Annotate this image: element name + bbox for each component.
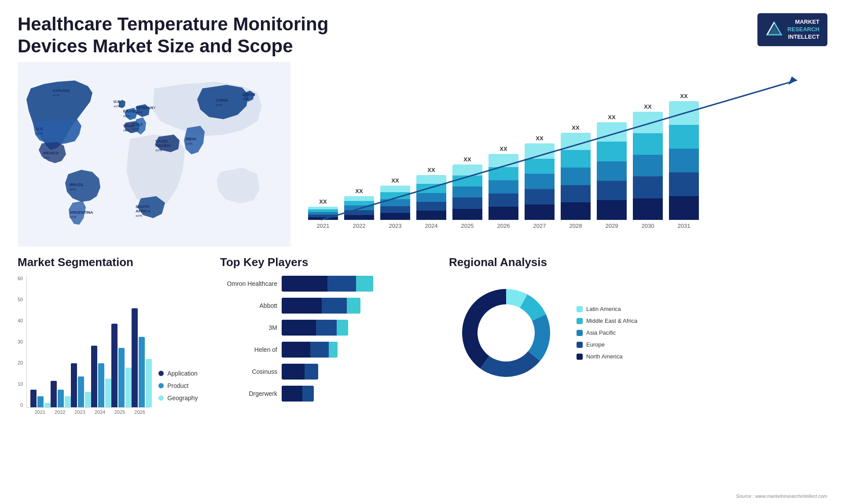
- legend-label: Product: [167, 382, 188, 389]
- player-bar-segment: [305, 364, 318, 380]
- svg-text:CANADA: CANADA: [53, 88, 70, 93]
- regional-legend-label: Middle East & Africa: [586, 318, 637, 324]
- svg-text:xx%: xx%: [123, 128, 130, 132]
- seg-y-label: 0: [20, 402, 23, 408]
- svg-text:MEXICO: MEXICO: [43, 151, 59, 155]
- bar-x-label: 2024: [425, 223, 438, 229]
- bar-segment: [344, 210, 374, 215]
- bar-segment: [416, 193, 446, 202]
- bar-segment: [525, 159, 555, 174]
- players-title: Top Key Players: [220, 256, 431, 269]
- seg-bar-group: [30, 390, 51, 407]
- seg-chart-inner: [26, 276, 150, 408]
- seg-bar: [71, 363, 77, 407]
- bar-segment: [380, 213, 410, 220]
- svg-text:GERMANY: GERMANY: [136, 106, 156, 110]
- donut-chart-svg: [449, 276, 563, 390]
- legend-item: Application: [158, 370, 198, 377]
- svg-point-39: [478, 304, 535, 362]
- bar-x-label: 2023: [389, 223, 402, 229]
- bar-value-label: XX: [572, 124, 579, 131]
- svg-text:xx%: xx%: [136, 110, 142, 114]
- bar-group: XX2027: [525, 135, 555, 229]
- player-bar-container: [282, 276, 431, 292]
- bar-segment: [489, 154, 518, 167]
- player-bar-segment: [316, 320, 337, 336]
- bar-group: XX2029: [597, 114, 627, 229]
- regional-legend-label: Asia Pacific: [586, 329, 616, 336]
- seg-bar: [139, 337, 145, 407]
- bar-segment: [380, 206, 410, 213]
- seg-bar: [105, 379, 111, 407]
- bar-segment: [416, 184, 446, 193]
- player-row: Helen ofXX: [220, 342, 431, 358]
- bar-segment: [525, 189, 555, 205]
- svg-text:xx%: xx%: [114, 104, 120, 108]
- bar-segment: [597, 181, 627, 200]
- main-content: CANADA xx% U.S. xx% MEXICO xx% BRAZIL xx…: [0, 62, 845, 247]
- bar-segment: [416, 175, 446, 184]
- regional-legend-item: Asia Pacific: [577, 329, 637, 336]
- bar-segment: [380, 199, 410, 206]
- bar-segment: [561, 133, 591, 150]
- bar-segment: [452, 197, 482, 208]
- bar-group: XX2024: [416, 167, 446, 229]
- logo-box: MARKET RESEARCH INTELLECT: [757, 13, 827, 46]
- regional-legend-dot: [577, 306, 583, 312]
- seg-x-labels: 202120222023202420252026: [26, 409, 150, 415]
- player-bar-container: [282, 320, 431, 336]
- regional-legend-item: Middle East & Africa: [577, 318, 637, 324]
- seg-bar: [98, 363, 104, 407]
- stacked-bar: [597, 122, 627, 220]
- bar-segment: [525, 174, 555, 189]
- player-name: Abbott: [220, 302, 277, 309]
- player-bar: [282, 298, 360, 314]
- bar-group: XX2022: [344, 188, 374, 229]
- svg-text:JAPAN: JAPAN: [242, 92, 255, 97]
- bar-segment: [452, 186, 482, 197]
- svg-text:SOUTH: SOUTH: [136, 205, 150, 209]
- seg-y-labels: 6050403020100: [18, 276, 26, 408]
- player-bar-segment: [282, 364, 305, 380]
- bar-group: XX2021: [308, 198, 338, 229]
- seg-bar: [51, 381, 57, 407]
- legend-dot: [158, 371, 164, 376]
- player-bar: [282, 364, 318, 380]
- seg-legend: ApplicationProductGeography: [158, 370, 198, 415]
- regional-legend-label: Latin America: [586, 306, 621, 312]
- regional-legend: Latin AmericaMiddle East & AfricaAsia Pa…: [577, 306, 637, 360]
- player-row: AbbottXX: [220, 298, 431, 314]
- bar-segment: [416, 202, 446, 211]
- segmentation-section: Market Segmentation 6050403020100 202120…: [18, 256, 202, 467]
- bottom-sections: Market Segmentation 6050403020100 202120…: [0, 247, 845, 475]
- regional-legend-dot: [577, 342, 583, 348]
- bar-segment: [308, 217, 338, 220]
- player-bar-segment: [347, 298, 360, 314]
- svg-text:U.K.: U.K.: [114, 99, 121, 104]
- player-bar-segment: [282, 386, 302, 402]
- world-map-svg: CANADA xx% U.S. xx% MEXICO xx% BRAZIL xx…: [18, 62, 290, 247]
- regional-section: Regional Analysis Latin AmericaMiddle Ea…: [449, 256, 827, 467]
- player-row: CosinussXX: [220, 364, 431, 380]
- regional-legend-label: North America: [586, 353, 622, 360]
- bar-value-label: XX: [644, 103, 651, 110]
- bar-segment: [561, 168, 591, 185]
- seg-x-label: 2026: [130, 409, 150, 415]
- svg-text:xx%: xx%: [186, 142, 192, 146]
- svg-text:SAUDI: SAUDI: [155, 139, 168, 143]
- seg-bar: [30, 390, 37, 407]
- player-bar: [282, 276, 373, 292]
- svg-text:AFRICA: AFRICA: [136, 209, 151, 213]
- stacked-bar: [669, 101, 699, 220]
- seg-bar-group: [132, 308, 152, 407]
- bar-segment: [489, 194, 518, 207]
- bar-segment: [344, 215, 374, 220]
- logo-text: MARKET RESEARCH INTELLECT: [787, 18, 819, 41]
- player-bar: [282, 320, 348, 336]
- bar-value-label: XX: [500, 146, 507, 152]
- stacked-bar: [380, 186, 410, 220]
- bar-group: XX2031: [669, 93, 699, 229]
- bar-segment: [452, 175, 482, 186]
- seg-bar-group: [51, 381, 71, 407]
- player-bar-segment: [329, 342, 338, 358]
